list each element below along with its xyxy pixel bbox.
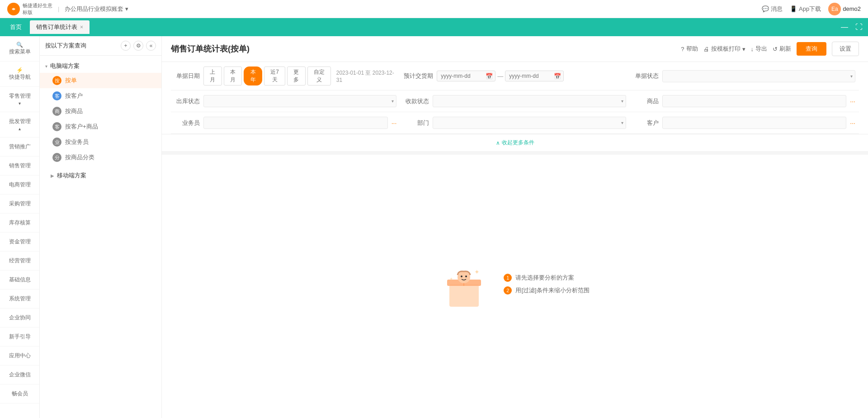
svg-rect-1: [449, 284, 479, 307]
sidebar-item-marketing[interactable]: 营销推广: [0, 138, 39, 157]
collapse-filters-button[interactable]: ∧ 收起更多条件: [496, 139, 534, 147]
ship-status-content: ▾: [203, 95, 396, 107]
sidebar-item-inventory[interactable]: 库存核算: [0, 214, 39, 233]
print-icon: 🖨: [703, 46, 709, 52]
this-year-btn[interactable]: 本年: [244, 66, 262, 86]
refresh-label: 刷新: [779, 45, 791, 53]
scheme-item-by-goods[interactable]: 商 按商品: [40, 104, 161, 119]
scheme-item-by-customer-goods[interactable]: 客 按客户+商品: [40, 119, 161, 134]
expected-date-start-wrap: 📅: [437, 71, 495, 81]
svg-point-4: [458, 271, 470, 283]
add-scheme-button[interactable]: +: [121, 41, 131, 51]
goods-more-icon[interactable]: ···: [850, 98, 855, 105]
header-left: 畅捷通好生意 标版 | 办公用品行业模拟账套 ▾: [7, 2, 128, 15]
by-customer-goods-icon: 客: [52, 122, 61, 131]
goods-input[interactable]: [662, 95, 847, 107]
collapse-up-icon: ∧: [496, 140, 500, 146]
query-button[interactable]: 查询: [797, 42, 826, 56]
customer-input[interactable]: [662, 117, 847, 129]
settings-scheme-button[interactable]: ⚙: [133, 41, 143, 51]
tab-bar-right: — ⛶: [839, 21, 864, 33]
app-download-button[interactable]: 📱 App下载: [790, 5, 821, 13]
panel-actions: + ⚙ «: [121, 41, 156, 51]
message-icon: 💬: [762, 5, 769, 12]
settings-button[interactable]: 设置: [832, 42, 859, 56]
more-btn[interactable]: 更多: [287, 66, 306, 86]
mobile-scheme-header[interactable]: ▶ 移动端方案: [40, 169, 161, 182]
scheme-item-by-customer[interactable]: 客 按客户: [40, 88, 161, 104]
minimize-button[interactable]: —: [839, 21, 850, 33]
sidebar-item-wechat[interactable]: 企业微信: [0, 366, 39, 385]
sidebar-item-retail[interactable]: 零售管理 ▾: [0, 87, 39, 112]
filter-cell-goods: 商品 ···: [630, 95, 859, 107]
scheme-item-by-salesperson[interactable]: 业 按业务员: [40, 134, 161, 150]
last-month-btn[interactable]: 上月: [203, 66, 222, 86]
sidebar-item-finance[interactable]: 资金管理: [0, 233, 39, 252]
tab-bar: 首页 销售订单统计表 × — ⛶: [0, 18, 868, 36]
sidebar-item-purchase[interactable]: 采购管理: [0, 195, 39, 214]
sidebar-item-basic[interactable]: 基础信息: [0, 271, 39, 290]
sidebar-wholesale-label: 批发管理: [2, 118, 38, 125]
payment-status-select[interactable]: [433, 95, 626, 107]
right-panel: 销售订单统计表(按单) ? 帮助 🖨 按模板打印 ▾ ↓: [162, 36, 868, 418]
add-icon: +: [124, 43, 127, 49]
sidebar-item-member[interactable]: 畅会员: [0, 385, 39, 404]
export-button[interactable]: ↓ 导出: [751, 45, 768, 53]
scheme-item-by-category[interactable]: 分 按商品分类: [40, 150, 161, 165]
sidebar-item-sales[interactable]: 销售管理: [0, 157, 39, 176]
sidebar-item-system[interactable]: 系统管理: [0, 290, 39, 309]
salesperson-input[interactable]: [203, 117, 388, 129]
customer-more-icon[interactable]: ···: [850, 119, 855, 127]
salesperson-more-icon[interactable]: ···: [392, 119, 397, 127]
active-tab[interactable]: 销售订单统计表 ×: [30, 20, 90, 34]
department-select[interactable]: [433, 117, 626, 129]
industry-selector[interactable]: 办公用品行业模拟账套 ▾: [65, 5, 128, 13]
expand-arrow-icon: ▾: [45, 64, 47, 69]
message-button[interactable]: 💬 消息: [762, 5, 783, 13]
left-panel-title: 按以下方案查询: [45, 42, 86, 50]
sidebar-item-guide[interactable]: 新手引导: [0, 328, 39, 347]
status-content: ▾: [662, 70, 855, 82]
sidebar-item-search[interactable]: 🔍 搜索菜单: [0, 36, 39, 62]
refresh-icon: ↺: [773, 46, 778, 52]
user-profile[interactable]: Ea demo2: [828, 3, 861, 15]
desktop-scheme-header[interactable]: ▾ 电脑端方案: [40, 59, 161, 73]
this-month-btn[interactable]: 本月: [224, 66, 242, 86]
sidebar: 🔍 搜索菜单 ⚡ 快捷导航 零售管理 ▾ 批发管理 ▴ 营销推广 销售管理 电商…: [0, 36, 40, 418]
collapse-panel-button[interactable]: «: [146, 41, 156, 51]
expected-date-end-input[interactable]: [505, 71, 564, 81]
custom-btn[interactable]: 自定义: [307, 66, 331, 86]
maximize-button[interactable]: ⛶: [854, 21, 864, 33]
last-7-days-btn[interactable]: 近7天: [264, 66, 285, 86]
scheme-item-by-order[interactable]: 按 按单: [40, 73, 161, 88]
sidebar-item-quicknav[interactable]: ⚡ 快捷导航: [0, 62, 39, 87]
customer-label: 客户: [633, 119, 659, 127]
sidebar-sales-label: 销售管理: [2, 162, 38, 170]
sidebar-item-operations[interactable]: 经营管理: [0, 252, 39, 271]
help-label: 帮助: [686, 45, 698, 53]
export-icon: ↓: [751, 46, 754, 52]
empty-step-2: 2 用[过滤]条件来缩小分析范围: [504, 286, 589, 294]
sidebar-retail-label: 零售管理: [9, 92, 31, 100]
expected-date-end-wrap: 📅: [505, 71, 564, 81]
sidebar-quicknav-label: 快捷导航: [2, 73, 38, 81]
sidebar-enterprise-label: 企业协同: [2, 314, 38, 322]
payment-status-label: 收款状态: [404, 97, 429, 105]
by-customer-label: 按客户: [65, 92, 83, 100]
status-select[interactable]: [662, 70, 855, 82]
filter-row-1: 单据日期 上月 本月 本年 近7天 更多 自定义 2023-01-01 至 20…: [171, 62, 859, 90]
refresh-button[interactable]: ↺ 刷新: [773, 45, 791, 53]
sidebar-item-appcenter[interactable]: 应用中心: [0, 347, 39, 366]
ship-status-select[interactable]: [203, 95, 396, 107]
avatar: Ea: [828, 3, 841, 15]
template-print-button[interactable]: 🖨 按模板打印 ▾: [703, 45, 745, 53]
ship-status-select-wrap: ▾: [203, 95, 396, 107]
help-button[interactable]: ? 帮助: [681, 45, 698, 53]
sidebar-item-wholesale[interactable]: 批发管理 ▴: [0, 112, 39, 138]
payment-status-content: ▾: [433, 95, 626, 107]
home-tab[interactable]: 首页: [4, 20, 28, 34]
expected-date-start-input[interactable]: [437, 71, 495, 81]
sidebar-item-ecommerce[interactable]: 电商管理: [0, 176, 39, 195]
sidebar-item-enterprise[interactable]: 企业协同: [0, 309, 39, 328]
close-tab-icon[interactable]: ×: [80, 24, 83, 30]
